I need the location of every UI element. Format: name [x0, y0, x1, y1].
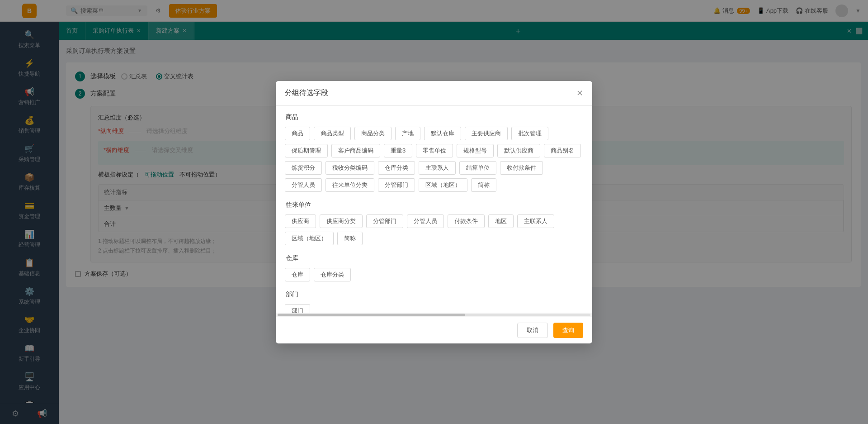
- field-tag-1-3[interactable]: 分管人员: [407, 214, 444, 228]
- field-tag-0-0[interactable]: 商品: [285, 127, 310, 140]
- field-tag-1-1[interactable]: 供应商分类: [320, 214, 363, 228]
- field-tag-0-2[interactable]: 商品分类: [354, 127, 392, 140]
- field-tag-0-5[interactable]: 主要供应商: [465, 127, 508, 140]
- field-tag-1-0[interactable]: 供应商: [285, 214, 316, 228]
- section-tags-3: 部门: [285, 304, 583, 313]
- field-tag-1-7[interactable]: 区域（地区）: [285, 232, 334, 245]
- field-tag-0-20[interactable]: 分管人员: [285, 178, 322, 192]
- confirm-button[interactable]: 查询: [553, 323, 583, 338]
- modal-hscroll[interactable]: [276, 313, 592, 316]
- field-tag-0-12[interactable]: 默认供应商: [497, 144, 540, 157]
- modal-title: 分组待选字段: [285, 88, 328, 98]
- modal-footer: 取消 查询: [276, 317, 592, 343]
- field-tag-0-7[interactable]: 保质期管理: [285, 144, 328, 157]
- field-tag-0-10[interactable]: 零售单位: [416, 144, 453, 157]
- hscroll-thumb[interactable]: [278, 314, 465, 316]
- field-tag-3-0[interactable]: 部门: [285, 304, 310, 313]
- field-tag-1-4[interactable]: 付款条件: [448, 214, 485, 228]
- field-tag-1-6[interactable]: 主联系人: [517, 214, 554, 228]
- modal-overlay: 分组待选字段 ✕ 商品商品商品类型商品分类产地默认仓库主要供应商批次管理保质期管…: [0, 0, 868, 424]
- section-1: 往来单位供应商供应商分类分管部门分管人员付款条件地区主联系人区域（地区）简称: [285, 201, 583, 245]
- field-tag-0-16[interactable]: 仓库分类: [378, 161, 415, 175]
- field-tag-0-15[interactable]: 税收分类编码: [326, 161, 374, 175]
- field-tag-2-0[interactable]: 仓库: [285, 268, 310, 281]
- field-tag-2-1[interactable]: 仓库分类: [314, 268, 351, 281]
- field-tag-0-6[interactable]: 批次管理: [511, 127, 548, 140]
- field-tag-0-21[interactable]: 往来单位分类: [326, 178, 374, 192]
- section-tags-1: 供应商供应商分类分管部门分管人员付款条件地区主联系人区域（地区）简称: [285, 214, 583, 245]
- field-tag-0-9[interactable]: 重量3: [384, 144, 412, 157]
- field-tag-0-17[interactable]: 主联系人: [419, 161, 456, 175]
- field-tag-0-19[interactable]: 收付款条件: [500, 161, 543, 175]
- cancel-button[interactable]: 取消: [517, 323, 548, 338]
- field-tag-0-3[interactable]: 产地: [395, 127, 420, 140]
- section-2: 仓库仓库仓库分类: [285, 254, 583, 281]
- section-tags-2: 仓库仓库分类: [285, 268, 583, 281]
- modal-header: 分组待选字段 ✕: [276, 81, 592, 106]
- section-0: 商品商品商品类型商品分类产地默认仓库主要供应商批次管理保质期管理客户商品编码重量…: [285, 113, 583, 192]
- field-tag-0-24[interactable]: 简称: [471, 178, 496, 192]
- field-tag-1-5[interactable]: 地区: [488, 214, 514, 228]
- field-tag-0-22[interactable]: 分管部门: [378, 178, 415, 192]
- modal-body: 商品商品商品类型商品分类产地默认仓库主要供应商批次管理保质期管理客户商品编码重量…: [276, 106, 592, 313]
- field-tag-0-23[interactable]: 区域（地区）: [419, 178, 467, 192]
- section-3: 部门部门: [285, 291, 583, 313]
- field-tag-0-13[interactable]: 商品别名: [544, 144, 581, 157]
- modal: 分组待选字段 ✕ 商品商品商品类型商品分类产地默认仓库主要供应商批次管理保质期管…: [276, 81, 592, 343]
- field-tag-1-8[interactable]: 简称: [337, 232, 363, 245]
- field-tag-0-11[interactable]: 规格型号: [457, 144, 494, 157]
- hscroll-track[interactable]: [278, 314, 590, 316]
- section-title-0: 商品: [285, 113, 583, 121]
- section-title-2: 仓库: [285, 254, 583, 262]
- field-tag-1-2[interactable]: 分管部门: [366, 214, 403, 228]
- section-title-3: 部门: [285, 291, 583, 299]
- modal-close-button[interactable]: ✕: [576, 88, 583, 98]
- field-tag-0-1[interactable]: 商品类型: [314, 127, 351, 140]
- section-title-1: 往来单位: [285, 201, 583, 209]
- field-tag-0-14[interactable]: 炼货积分: [285, 161, 322, 175]
- section-tags-0: 商品商品类型商品分类产地默认仓库主要供应商批次管理保质期管理客户商品编码重量3零…: [285, 127, 583, 192]
- field-tag-0-18[interactable]: 结算单位: [459, 161, 496, 175]
- field-tag-0-8[interactable]: 客户商品编码: [331, 144, 380, 157]
- field-tag-0-4[interactable]: 默认仓库: [424, 127, 461, 140]
